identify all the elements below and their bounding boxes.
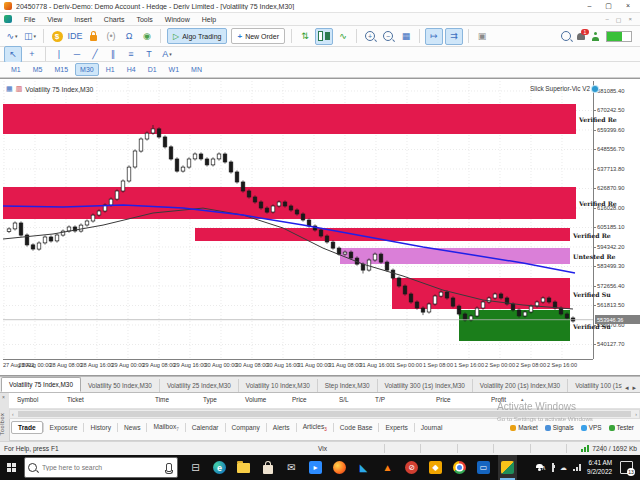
column-price[interactable]: Price [436,396,451,403]
menu-charts[interactable]: Charts [98,16,131,23]
chart-type-icon[interactable]: ∿▾ [4,29,20,44]
taskbar-vlc-icon[interactable]: ▲ [378,455,397,480]
column-profit[interactable]: Profit [491,396,506,403]
timeframe-H1[interactable]: H1 [101,63,120,76]
chart-tab[interactable]: Volatility 75 Index,M30 [1,377,81,392]
chart-tab[interactable]: Volatility 300 (1s) Index,M30 [378,379,473,392]
taskbar-task-view-icon[interactable]: ⊟ [186,455,205,480]
toolbox-tab-exposure[interactable]: Exposure [44,422,84,433]
tick-chart-icon[interactable]: ⇅ [297,29,313,44]
microphone-icon[interactable] [166,463,172,472]
mdi-restore-button[interactable]: ▢ [616,16,622,23]
taskbar-clock[interactable]: 6:41 AM 9/2/2022 [587,459,612,476]
community-icon[interactable]: ◉ [139,29,155,44]
zoom-in-icon[interactable]: + [362,29,378,44]
crosshair-icon[interactable]: + [24,47,40,62]
taskbar-remote-desktop-icon[interactable]: ▭ [474,455,493,480]
taskbar-store-icon[interactable] [258,455,277,480]
new-order-button[interactable]: +New Order [231,28,285,44]
chart-tab[interactable]: Volatility 10 Index,M30 [239,379,318,392]
toolbox-tab-articles[interactable]: Articles3 [297,421,333,434]
taskbar-meet-icon[interactable]: ▸ [306,455,325,480]
menu-tools[interactable]: Tools [130,16,158,23]
toolbox-horizontal-scrollbar[interactable]: ‹ › [9,409,640,419]
scroll-left-icon[interactable]: ‹ [12,410,14,418]
tabs-scroll-right-icon[interactable]: ▸ [632,384,636,392]
taskbar-mail-icon[interactable]: ✉ [282,455,301,480]
timeframe-D1[interactable]: D1 [143,63,162,76]
minimize-button[interactable]: – [587,2,591,10]
timeframe-M15[interactable]: M15 [49,63,73,76]
taskbar-finance-app-icon[interactable]: ◆ [426,455,445,480]
search-icon[interactable] [561,31,571,41]
column-tp[interactable]: T/P [375,396,385,403]
mdi-close-button[interactable]: × [628,16,632,23]
timeframe-M5[interactable]: M5 [28,63,48,76]
toolbox-tab-company[interactable]: Company [226,422,266,433]
price-axis[interactable]: 681085.40670242.50659399.60648556.706377… [593,81,640,359]
toolbox-link-tester[interactable]: Tester [609,424,634,431]
toolbox-tab-alerts[interactable]: Alerts [267,422,296,433]
auto-scroll-icon[interactable]: ⇉ [445,28,463,45]
chart-tab[interactable]: Volatility 50 Index,M30 [81,379,160,392]
toolbox-tab-calendar[interactable]: Calendar [186,422,225,433]
toolbox-link-vps[interactable]: VPS [581,424,602,431]
channel-icon[interactable]: ∥ [105,47,121,62]
toolbox-tab-news[interactable]: News [118,422,147,433]
vertical-line-icon[interactable]: | [51,47,67,62]
line-chart-icon[interactable]: ∿ [335,29,351,44]
timeframe-H4[interactable]: H4 [122,63,141,76]
toolbox-link-signals[interactable]: Signals [545,424,574,431]
taskbar-edge-icon[interactable]: e [210,455,229,480]
algo-trading-button[interactable]: ▷Algo Trading [167,28,227,44]
toolbox-tab-trade[interactable]: Trade [11,421,43,434]
toolbox-tab-experts[interactable]: Experts [379,422,413,433]
toolbox-close-icon[interactable]: × [2,394,5,400]
zoom-out-icon[interactable]: − [380,29,396,44]
toolbox-tab-history[interactable]: History [84,422,117,433]
close-button[interactable]: × [626,2,630,10]
time-axis[interactable]: 27 Aug 202228 Aug 00:0028 Aug 08:0028 Au… [0,360,640,374]
column-type[interactable]: Type [203,396,217,403]
indicator-settings-icon[interactable] [592,86,598,92]
toolbox-tab-mailbox[interactable]: Mailbox7 [147,421,184,434]
screenshot-icon[interactable]: ▣ [474,29,490,44]
cursor-icon[interactable]: ↖ [4,46,22,63]
toolbox-tab-code-base[interactable]: Code Base [334,422,379,433]
broadcast-icon[interactable]: (•) [103,29,119,44]
timeframe-M30[interactable]: M30 [75,63,99,76]
timeframe-W1[interactable]: W1 [164,63,185,76]
taskbar-vscode-icon[interactable]: ◣ [354,455,373,480]
text-icon[interactable]: T [141,47,157,62]
toolbox-tab-journal[interactable]: Journal [415,422,449,433]
column-time[interactable]: Time [155,396,169,403]
timeframe-M1[interactable]: M1 [6,63,26,76]
column-ticket[interactable]: Ticket [67,396,84,403]
taskbar-metatrader5-icon[interactable] [498,455,517,480]
notifications-bell-icon[interactable]: 1 [577,33,585,40]
bell-lamp-icon[interactable]: Ω [121,29,137,44]
horizontal-line-icon[interactable]: ─ [69,47,85,62]
action-center-icon[interactable]: 13 [620,461,633,474]
shapes-icon[interactable]: A▾ [159,47,175,62]
start-button[interactable] [0,455,24,480]
chart-window[interactable]: ▦ ▥ Volatility 75 Index,M30 Slick Superi… [0,78,640,376]
cloud-icon[interactable]: ☁ [560,464,567,472]
deposit-icon[interactable]: $ [49,29,65,44]
mdi-minimize-button[interactable]: – [605,16,608,23]
column-sl[interactable]: S/L [339,396,349,403]
tabs-scroll-left-icon[interactable]: ◂ [625,384,629,392]
menu-file[interactable]: File [18,16,41,23]
chart-tab[interactable]: Volatility 25 Index,M30 [160,379,239,392]
chart-profile-icon[interactable]: ◫▾ [22,29,38,44]
taskbar-search[interactable] [24,457,178,478]
scroll-right-icon[interactable]: › [635,410,637,418]
toolbox-link-market[interactable]: Market [510,424,538,431]
chart-tab[interactable]: Volatility 200 (1s) Index,M30 [473,379,568,392]
wifi-icon[interactable] [573,464,581,471]
battery-icon[interactable] [552,464,554,471]
shift-chart-icon[interactable]: ↦ [425,28,443,45]
column-volume[interactable]: Volume [245,396,266,403]
trendline-icon[interactable]: ╱ [87,47,103,62]
taskbar-firefox-icon[interactable] [330,455,349,480]
